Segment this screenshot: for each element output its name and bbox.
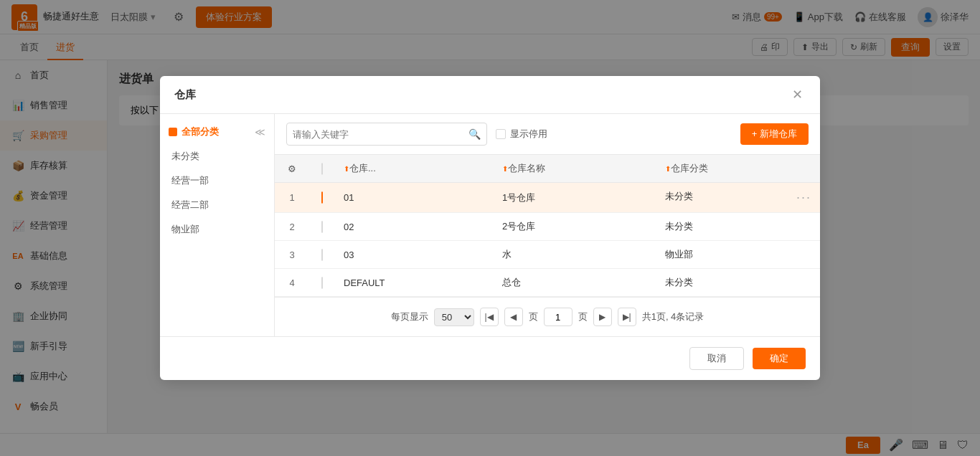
row-checkbox[interactable] bbox=[321, 277, 323, 289]
th-check bbox=[309, 155, 335, 183]
collapse-icon[interactable]: ≪ bbox=[255, 126, 265, 138]
pagination: 每页显示 50 20 100 |◀ ◀ 页 页 ▶ ▶| 共1页, 4条记录 bbox=[275, 297, 820, 336]
row-name: 总仓 bbox=[494, 269, 657, 297]
row-code: 03 bbox=[335, 241, 494, 269]
row-checkbox-cell bbox=[309, 269, 335, 297]
modal-overlay: 仓库 ✕ 全部分类 ≪ 未分类 经营一部 经营二部 物业部 bbox=[0, 0, 980, 456]
warehouse-modal: 仓库 ✕ 全部分类 ≪ 未分类 经营一部 经营二部 物业部 bbox=[160, 76, 820, 380]
prev-page-button[interactable]: ◀ bbox=[504, 308, 523, 326]
search-field[interactable]: 🔍 bbox=[286, 123, 487, 146]
row-no-cell: 3 bbox=[275, 241, 309, 269]
confirm-button[interactable]: 确定 bbox=[753, 348, 806, 369]
category-icon bbox=[169, 128, 177, 136]
table-row[interactable]: 2 02 2号仓库 未分类 bbox=[275, 213, 820, 241]
th-name: ⬆仓库名称 bbox=[494, 155, 657, 183]
close-icon[interactable]: ✕ bbox=[788, 86, 806, 103]
sidebar-category-property[interactable]: 物业部 bbox=[160, 217, 274, 242]
table-row[interactable]: 4 DEFAULT 总仓 未分类 bbox=[275, 269, 820, 297]
row-no-cell: 1 bbox=[275, 183, 309, 213]
last-page-button[interactable]: ▶| bbox=[618, 308, 636, 326]
th-setting: ⚙ bbox=[275, 155, 309, 183]
th-category: ⬆仓库分类 bbox=[656, 155, 820, 183]
row-name: 2号仓库 bbox=[494, 213, 657, 241]
row-checkbox[interactable] bbox=[321, 221, 323, 233]
row-checkbox-cell bbox=[309, 241, 335, 269]
row-category: 未分类 bbox=[656, 269, 820, 297]
row-checkbox-cell bbox=[309, 213, 335, 241]
modal-sidebar-title: 全部分类 bbox=[169, 125, 219, 138]
row-category: 未分类 bbox=[656, 213, 820, 241]
sidebar-category-ops2[interactable]: 经营二部 bbox=[160, 193, 274, 217]
row-name: 1号仓库 bbox=[494, 183, 657, 213]
row-no-cell: 4 bbox=[275, 269, 309, 297]
select-all-checkbox[interactable] bbox=[321, 163, 323, 175]
more-dots-icon[interactable]: ··· bbox=[796, 190, 811, 205]
sort-name-icon: ⬆ bbox=[502, 165, 508, 173]
modal-body: 全部分类 ≪ 未分类 经营一部 经营二部 物业部 🔍 bbox=[160, 114, 820, 336]
show-disabled-toggle[interactable]: 显示停用 bbox=[496, 128, 547, 141]
row-code: 01 bbox=[335, 183, 494, 213]
search-input[interactable] bbox=[293, 129, 464, 140]
first-page-button[interactable]: |◀ bbox=[480, 308, 499, 326]
row-code: 02 bbox=[335, 213, 494, 241]
row-category: 物业部 bbox=[656, 241, 820, 269]
sidebar-category-unclassified[interactable]: 未分类 bbox=[160, 144, 274, 168]
row-name: 水 bbox=[494, 241, 657, 269]
modal-sidebar: 全部分类 ≪ 未分类 经营一部 经营二部 物业部 bbox=[160, 114, 275, 336]
modal-title: 仓库 bbox=[174, 88, 196, 102]
search-icon: 🔍 bbox=[468, 128, 481, 140]
warehouse-table: ⚙ ⬆仓库... ⬆仓库名称 bbox=[275, 155, 820, 297]
table-header-row: ⚙ ⬆仓库... ⬆仓库名称 bbox=[275, 155, 820, 183]
modal-content: 🔍 显示停用 + 新增仓库 ⚙ bbox=[275, 114, 820, 336]
sort-icon: ⬆ bbox=[344, 165, 349, 173]
sidebar-category-ops1[interactable]: 经营一部 bbox=[160, 168, 274, 193]
table-row[interactable]: 1 01 1号仓库 未分类 ··· bbox=[275, 183, 820, 213]
page-number-input[interactable] bbox=[544, 308, 573, 326]
add-warehouse-button[interactable]: + 新增仓库 bbox=[740, 123, 809, 145]
table-row[interactable]: 3 03 水 物业部 bbox=[275, 241, 820, 269]
next-page-button[interactable]: ▶ bbox=[593, 308, 612, 326]
modal-header: 仓库 ✕ bbox=[160, 76, 820, 114]
row-checkbox[interactable] bbox=[321, 191, 323, 204]
cancel-button[interactable]: 取消 bbox=[689, 347, 744, 370]
row-code: DEFAULT bbox=[335, 269, 494, 297]
modal-sidebar-header: 全部分类 ≪ bbox=[160, 123, 274, 144]
modal-footer: 取消 确定 bbox=[160, 336, 820, 380]
show-disabled-checkbox[interactable] bbox=[496, 129, 506, 139]
sort-category-icon: ⬆ bbox=[665, 165, 671, 173]
row-checkbox[interactable] bbox=[321, 249, 323, 261]
row-checkbox-cell bbox=[309, 183, 335, 213]
page-size-select[interactable]: 50 20 100 bbox=[434, 308, 474, 326]
th-code: ⬆仓库... bbox=[335, 155, 494, 183]
modal-toolbar: 🔍 显示停用 + 新增仓库 bbox=[275, 114, 820, 155]
row-no-cell: 2 bbox=[275, 213, 309, 241]
row-category: 未分类 ··· bbox=[656, 183, 820, 213]
